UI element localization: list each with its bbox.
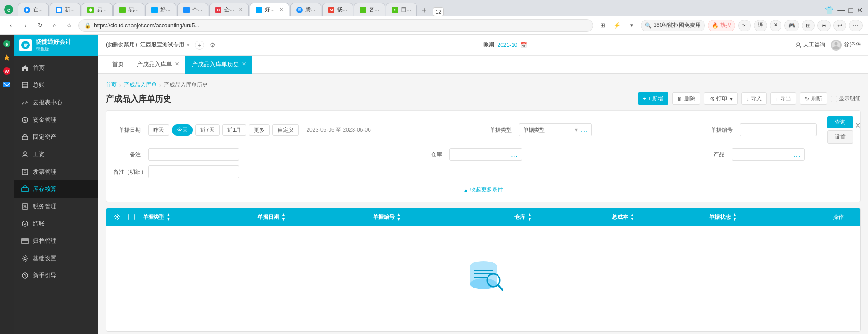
type-dots[interactable]: … bbox=[580, 126, 588, 134]
tab-7[interactable]: C 企... ✕ bbox=[209, 3, 249, 16]
game-btn[interactable]: 🎮 bbox=[784, 20, 799, 31]
add-btn[interactable]: + + 新增 bbox=[638, 92, 668, 105]
sidebar-item-ledger[interactable]: 总账 bbox=[14, 77, 98, 94]
table-settings-icon[interactable] bbox=[110, 213, 124, 221]
page-tab-history[interactable]: 产成品入库单历史 ✕ bbox=[185, 56, 252, 74]
import-btn[interactable]: ↓ 导入 bbox=[741, 92, 767, 105]
page-tab-list-close[interactable]: ✕ bbox=[175, 61, 179, 67]
tab-10[interactable]: M 畅... bbox=[322, 3, 353, 16]
tab-3[interactable]: 易... bbox=[82, 3, 113, 16]
note-detail-input[interactable] bbox=[148, 165, 239, 178]
export-btn[interactable]: ↑ 导出 bbox=[770, 92, 796, 105]
more-btn[interactable]: ⋯ bbox=[849, 20, 863, 31]
product-filter-select[interactable]: … bbox=[732, 148, 805, 161]
sidebar-item-guide[interactable]: ? 新手引导 bbox=[14, 267, 98, 284]
sidebar-item-home[interactable]: 首页 bbox=[14, 59, 98, 77]
page-tab-list[interactable]: 产成品入库单 ✕ bbox=[130, 56, 185, 74]
no-filter-input[interactable] bbox=[740, 123, 817, 136]
collapse-btn[interactable]: ▲ 收起更多条件 bbox=[113, 183, 853, 196]
new-tab-btn[interactable]: ＋ bbox=[418, 4, 431, 16]
grid-menu-btn[interactable]: ⊞ bbox=[597, 20, 608, 31]
show-detail-checkbox[interactable] bbox=[831, 96, 837, 102]
forward-btn[interactable]: › bbox=[20, 20, 31, 31]
refresh-btn[interactable]: ↻ bbox=[35, 20, 46, 31]
undo-btn[interactable]: ↩ bbox=[833, 20, 846, 31]
product-dots[interactable]: … bbox=[793, 150, 801, 159]
browser-logo[interactable]: e bbox=[4, 5, 14, 15]
sidebar-item-settings[interactable]: 基础设置 bbox=[14, 250, 98, 267]
th-type[interactable]: 单据类型 ▲▼ bbox=[139, 212, 254, 221]
address-bar[interactable]: 🔒 https://cloud.chanjet.com/accounting/u… bbox=[78, 19, 593, 32]
page-tab-history-close[interactable]: ✕ bbox=[242, 61, 246, 67]
win-maximize[interactable]: □ bbox=[848, 6, 853, 15]
type-filter-select[interactable]: 单据类型 ▾ … bbox=[519, 123, 592, 136]
user-avatar[interactable]: 徐泽华 bbox=[831, 40, 861, 51]
tab-close-7[interactable]: ✕ bbox=[239, 7, 243, 13]
tab-8-active[interactable]: 好... ✕ bbox=[250, 3, 289, 16]
warehouse-filter-select[interactable]: … bbox=[449, 148, 522, 161]
sidebar-item-salary[interactable]: 工资 bbox=[14, 146, 98, 163]
tab-2[interactable]: 新... bbox=[50, 3, 81, 16]
yuan-btn[interactable]: ¥ bbox=[770, 20, 781, 31]
search-360-btn[interactable]: 🔍 360智能抠图免费用 bbox=[641, 20, 705, 31]
tab-5[interactable]: 好... bbox=[145, 3, 176, 16]
sidebar-item-finance[interactable]: ¥ 资金管理 bbox=[14, 111, 98, 128]
consulting-btn[interactable]: 人工咨询 bbox=[795, 41, 825, 49]
refresh-toolbar-btn[interactable]: ↻ 刷新 bbox=[800, 92, 827, 105]
date-7days[interactable]: 近7天 bbox=[195, 124, 220, 136]
date-custom[interactable]: 自定义 bbox=[272, 124, 299, 136]
scissors-btn[interactable]: ✂ bbox=[738, 20, 751, 31]
lightning-btn[interactable]: ⚡ bbox=[611, 20, 622, 31]
sidebar-item-invoice[interactable]: 发票管理 bbox=[14, 163, 98, 180]
setting-btn[interactable]: 设置 bbox=[827, 130, 853, 144]
tab-12[interactable]: S 目... bbox=[386, 3, 417, 16]
add-company-btn[interactable]: + bbox=[195, 41, 204, 50]
show-detail-toggle[interactable]: 显示明细 bbox=[831, 95, 861, 103]
icon-sidebar-star[interactable] bbox=[1, 52, 12, 63]
calendar-icon[interactable]: 📅 bbox=[520, 42, 527, 48]
win-close[interactable]: ✕ bbox=[857, 6, 863, 15]
company-settings-btn[interactable]: ⚙ bbox=[210, 41, 216, 49]
win-minimize[interactable]: — bbox=[837, 6, 845, 15]
hot-search-btn[interactable]: 🔥 热搜 bbox=[708, 20, 735, 31]
delete-btn[interactable]: 🗑 删除 bbox=[672, 92, 700, 105]
table-select-all[interactable] bbox=[124, 214, 139, 220]
sidebar-item-checkout[interactable]: 结账 bbox=[14, 215, 98, 232]
print-btn[interactable]: 🖨 打印 bbox=[704, 92, 738, 105]
date-1month[interactable]: 近1月 bbox=[222, 124, 247, 136]
translate-btn[interactable]: 译 bbox=[754, 20, 767, 31]
date-today[interactable]: 今天 bbox=[172, 124, 193, 136]
th-date[interactable]: 单据日期 ▲▼ bbox=[254, 212, 369, 221]
company-selector[interactable]: (勿删勿禁用）江西服宝测试专用 ▾ bbox=[106, 41, 190, 49]
tab-6[interactable]: 个... bbox=[177, 3, 208, 16]
sidebar-item-inventory[interactable]: 库存核算 bbox=[14, 180, 98, 198]
win-shirt-icon[interactable]: 👕 bbox=[825, 6, 834, 15]
tab-close-8[interactable]: ✕ bbox=[279, 7, 283, 13]
sidebar-header[interactable]: 财 畅捷通好会计 旗舰版 bbox=[14, 35, 98, 56]
tab-9[interactable]: 腾 腾... bbox=[290, 3, 321, 16]
th-no[interactable]: 单据编号 ▲▼ bbox=[369, 212, 511, 221]
date-more[interactable]: 更多 bbox=[249, 124, 270, 136]
bookmark-btn[interactable]: ☆ bbox=[64, 20, 75, 31]
back-btn[interactable]: ‹ bbox=[5, 20, 16, 31]
theme-btn[interactable]: ☀ bbox=[817, 20, 831, 31]
note-filter-input[interactable] bbox=[148, 148, 239, 161]
sidebar-item-archive[interactable]: 归档管理 bbox=[14, 232, 98, 250]
th-warehouse[interactable]: 仓库 ▲▼ bbox=[511, 212, 608, 221]
icon-sidebar-mail[interactable] bbox=[1, 79, 12, 90]
sidebar-item-asset[interactable]: 固定资产 bbox=[14, 128, 98, 146]
tab-4[interactable]: 易... bbox=[113, 3, 144, 16]
icon-sidebar-weibo[interactable]: W bbox=[1, 66, 12, 77]
tab-11[interactable]: 各... bbox=[354, 3, 385, 16]
date-yesterday[interactable]: 昨天 bbox=[148, 124, 169, 136]
breadcrumb-list[interactable]: 产成品入库单 bbox=[124, 81, 157, 89]
dropdown-btn[interactable]: ▾ bbox=[626, 20, 637, 31]
query-btn[interactable]: 查询 bbox=[827, 116, 853, 128]
icon-sidebar-chanjet[interactable]: e bbox=[1, 38, 12, 49]
apps-btn[interactable]: ⊞ bbox=[802, 20, 815, 31]
panel-close-btn[interactable]: ✕ bbox=[855, 121, 861, 130]
page-tab-home[interactable]: 首页 bbox=[106, 56, 130, 74]
th-cost[interactable]: 总成本 ▲▼ bbox=[608, 212, 705, 221]
sidebar-item-tax[interactable]: 税 税务管理 bbox=[14, 198, 98, 215]
warehouse-dots[interactable]: … bbox=[511, 150, 518, 159]
